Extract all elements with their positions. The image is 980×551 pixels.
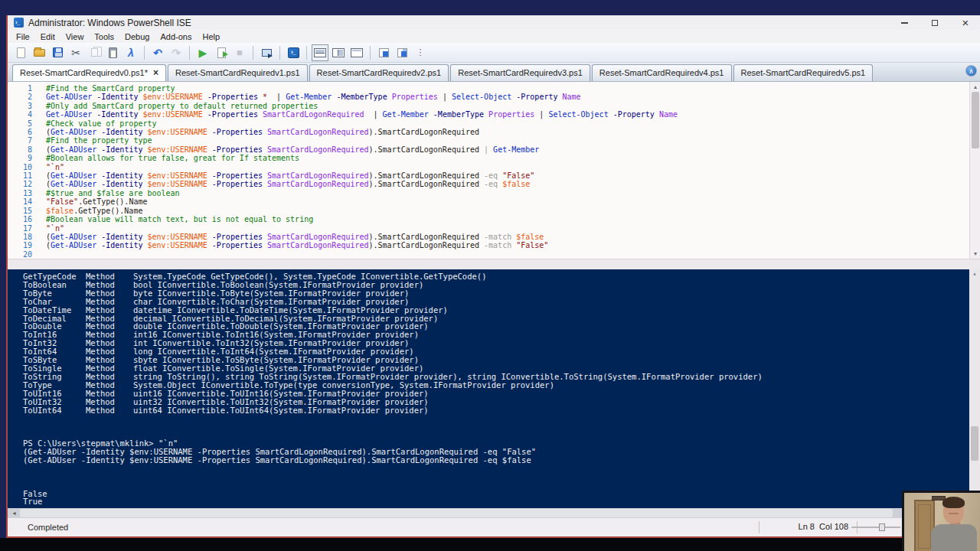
line-number: 12	[8, 180, 37, 188]
console-method-row: ToUInt16Methoduint16 IConvertible.ToUInt…	[23, 390, 980, 398]
restore-button[interactable]	[929, 18, 940, 28]
line-number: 13	[8, 189, 37, 197]
new-remote-powershell-tab-button[interactable]	[258, 44, 275, 61]
script-pane-maximized-icon	[351, 48, 363, 57]
webcam-person-body	[931, 524, 977, 551]
show-script-pane-button[interactable]	[394, 44, 410, 61]
zoom-slider[interactable]	[851, 527, 900, 528]
open-script-button[interactable]	[31, 44, 47, 61]
paste-button[interactable]	[104, 44, 121, 61]
powershell-icon	[14, 18, 24, 28]
menu-debug[interactable]: Debug	[119, 31, 155, 42]
run-script-icon: ▶	[199, 47, 207, 58]
editor-tab-0[interactable]: Reset-SmartCardRequiredv0.ps1*	[12, 64, 166, 81]
start-powershell-icon	[288, 47, 299, 58]
collapse-tabs-button[interactable]	[965, 65, 977, 77]
script-pane-top-button[interactable]	[312, 44, 328, 61]
console-line	[23, 481, 980, 490]
new-script-button[interactable]	[12, 44, 29, 61]
cut-button[interactable]: ✂	[67, 44, 84, 61]
toolbar-separator	[370, 46, 371, 60]
line-number: 7	[8, 136, 37, 145]
console-pane[interactable]: GetTypeCodeMethodSystem.TypeCode GetType…	[8, 269, 980, 508]
copy-button[interactable]	[86, 44, 103, 61]
stop-operation-button[interactable]: ■	[231, 44, 248, 61]
member-name: ToDateTime	[23, 306, 86, 315]
console-scrollbar-thumb[interactable]	[971, 426, 978, 461]
menu-edit[interactable]: Edit	[35, 31, 60, 42]
console-method-row: ToUInt32Methoduint32 IConvertible.ToUInt…	[23, 398, 980, 406]
menu-file[interactable]: File	[11, 31, 35, 42]
line-number: 14	[8, 197, 37, 206]
code-text: (Get-ADUser -Identity $env:USERNAME -Pro…	[46, 241, 548, 249]
scroll-down-icon[interactable]	[970, 249, 980, 259]
show-command-window-button[interactable]	[375, 44, 392, 61]
start-powershell-button[interactable]	[285, 44, 302, 61]
tab-label: Reset-SmartCardRequiredv3.ps1	[458, 68, 583, 77]
code-line: 16#Boolean value will match text, but is…	[8, 215, 980, 223]
code-text: #Find the property type	[46, 136, 152, 145]
close-button[interactable]	[960, 18, 971, 28]
status-bar: Completed Ln 8 Col 108	[8, 518, 980, 536]
console-horizontal-scrollbar[interactable]	[8, 508, 980, 518]
editor-tab-2[interactable]: Reset-SmartCardRequiredv2.ps1	[309, 64, 449, 81]
webcam-overlay	[902, 491, 980, 551]
console-line	[23, 465, 980, 473]
menu-addons[interactable]: Add-ons	[155, 31, 197, 42]
member-definition: char IConvertible.ToChar(System.IFormatP…	[133, 298, 980, 306]
hscroll-thumb[interactable]	[20, 509, 893, 517]
undo-icon: ↶	[153, 47, 162, 58]
minimize-button[interactable]	[899, 18, 910, 28]
undo-button[interactable]: ↶	[149, 44, 166, 61]
new-script-icon	[17, 47, 25, 58]
menu-tools[interactable]: Tools	[89, 31, 119, 42]
editor-tab-3[interactable]: Reset-SmartCardRequiredv3.ps1	[450, 64, 590, 81]
scroll-up-icon[interactable]	[969, 269, 980, 279]
show-command-window-icon	[379, 48, 389, 57]
menu-help[interactable]: Help	[197, 31, 225, 42]
code-line: 10"`n"	[8, 163, 980, 171]
editor-tab-5[interactable]: Reset-SmartCardRequiredv5.ps1	[733, 64, 874, 81]
zoom-slider-thumb[interactable]	[879, 523, 885, 531]
console-line	[23, 414, 980, 422]
script-pane-right-button[interactable]	[330, 44, 347, 61]
menu-view[interactable]: View	[60, 31, 90, 42]
tab-bar: Reset-SmartCardRequiredv0.ps1*Reset-Smar…	[8, 63, 980, 81]
code-area[interactable]: 1#Find the SmartCard property2Get-ADUser…	[8, 82, 980, 259]
toolbar-overflow-button[interactable]: ⋮	[412, 44, 429, 61]
pane-splitter[interactable]	[8, 259, 980, 269]
scroll-up-icon[interactable]	[970, 82, 980, 92]
code-text: #Find the SmartCard property	[46, 84, 175, 93]
script-pane-maximized-button[interactable]	[348, 44, 365, 61]
close-icon	[962, 16, 969, 30]
run-script-button[interactable]: ▶	[194, 44, 211, 61]
console-vertical-scrollbar[interactable]	[969, 269, 980, 508]
code-text: (Get-ADUser -Identity $env:USERNAME -Pro…	[46, 171, 534, 180]
line-number: 6	[8, 128, 37, 136]
save-button[interactable]	[49, 44, 66, 61]
script-editor-pane[interactable]: 1#Find the SmartCard property2Get-ADUser…	[8, 81, 980, 259]
code-text: #Check value of property	[46, 119, 157, 128]
code-text: Get-ADUser -Identity $env:USERNAME -Prop…	[46, 93, 581, 101]
tab-close-icon[interactable]	[153, 67, 158, 78]
scroll-left-icon[interactable]	[9, 508, 19, 518]
line-number: 19	[8, 241, 37, 249]
clear-console-pane-icon: λ	[128, 47, 134, 58]
member-name: ToUInt32	[23, 398, 86, 406]
code-line: 8(Get-ADUser -Identity $env:USERNAME -Pr…	[8, 145, 980, 154]
code-line: 17"`n"	[8, 224, 980, 233]
redo-button[interactable]: ↷	[168, 44, 185, 61]
clear-console-pane-button[interactable]: λ	[122, 44, 139, 61]
run-selection-icon	[217, 47, 226, 58]
copy-icon	[91, 48, 98, 57]
editor-tab-4[interactable]: Reset-SmartCardRequiredv4.ps1	[592, 64, 732, 81]
editor-tab-1[interactable]: Reset-SmartCardRequiredv1.ps1	[168, 64, 308, 81]
editor-scrollbar-thumb[interactable]	[972, 92, 979, 148]
code-line: 1#Find the SmartCard property	[8, 84, 980, 93]
toolbar-separator	[279, 46, 280, 60]
run-selection-button[interactable]	[213, 44, 230, 61]
webcam-scene	[904, 493, 980, 551]
code-text: (Get-ADUser -Identity $env:USERNAME -Pro…	[46, 128, 479, 136]
tab-label: Reset-SmartCardRequiredv1.ps1	[175, 68, 300, 77]
editor-vertical-scrollbar[interactable]	[969, 82, 980, 259]
